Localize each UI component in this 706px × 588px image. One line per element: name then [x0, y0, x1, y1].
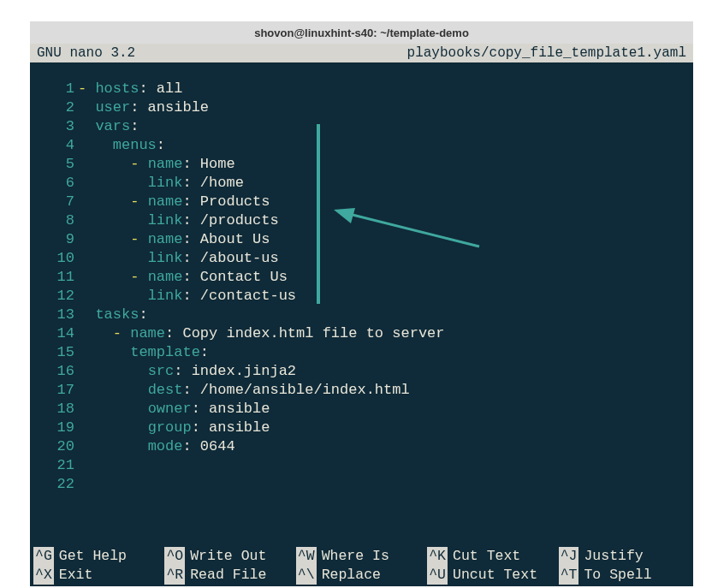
- line-number: 19: [30, 419, 78, 437]
- code-line: 16 src: index.jinja2: [30, 362, 693, 381]
- help-key: ^X: [33, 566, 54, 585]
- help-label: Read File: [190, 566, 266, 585]
- line-content: - name: Copy index.html file to server: [78, 324, 444, 343]
- code-line: 7 - name: Products: [30, 193, 693, 211]
- code-line: 21: [30, 456, 693, 475]
- nano-help-bar: ^GGet Help^OWrite Out^WWhere Is^KCut Tex…: [30, 547, 693, 586]
- line-number: 4: [30, 136, 78, 155]
- help-key: ^R: [164, 566, 185, 585]
- line-number: 10: [30, 249, 78, 268]
- help-label: To Spell: [584, 566, 651, 585]
- line-content: vars:: [78, 117, 139, 136]
- line-number: 21: [30, 456, 78, 475]
- help-key: ^U: [427, 566, 448, 585]
- help-item[interactable]: ^TTo Spell: [559, 566, 690, 585]
- help-item[interactable]: ^KCut Text: [427, 547, 558, 566]
- code-line: 1- hosts: all: [30, 80, 693, 98]
- code-line: 10 link: /about-us: [30, 249, 693, 268]
- help-item[interactable]: ^OWrite Out: [164, 547, 295, 566]
- nano-filename: playbooks/copy_file_template1.yaml: [407, 45, 686, 61]
- editor-area[interactable]: 1- hosts: all2 user: ansible3 vars:4 men…: [30, 62, 693, 494]
- help-label: Where Is: [322, 547, 389, 566]
- line-content: template:: [78, 343, 209, 362]
- line-content: mode: 0644: [78, 437, 235, 456]
- line-content: - name: Contact Us: [78, 268, 288, 287]
- line-content: link: /about-us: [78, 249, 279, 268]
- code-line: 13 tasks:: [30, 306, 693, 324]
- line-number: 14: [30, 324, 78, 343]
- line-content: - name: Home: [78, 155, 235, 174]
- help-label: Uncut Text: [453, 566, 537, 585]
- help-label: Write Out: [190, 547, 266, 566]
- help-item[interactable]: ^XExit: [33, 566, 164, 585]
- code-line: 12 link: /contact-us: [30, 287, 693, 306]
- help-key: ^G: [33, 547, 54, 566]
- code-line: 6 link: /home: [30, 174, 693, 193]
- line-number: 17: [30, 381, 78, 400]
- line-number: 2: [30, 98, 78, 117]
- code-line: 8 link: /products: [30, 211, 693, 230]
- help-key: ^T: [559, 566, 579, 585]
- nano-app-name: GNU nano 3.2: [37, 45, 135, 61]
- line-content: src: index.jinja2: [78, 362, 296, 381]
- code-line: 11 - name: Contact Us: [30, 268, 693, 287]
- code-line: 18 owner: ansible: [30, 400, 693, 419]
- help-label: Exit: [59, 566, 93, 585]
- help-item[interactable]: ^JJustify: [559, 547, 690, 566]
- line-number: 8: [30, 211, 78, 230]
- help-key: ^\: [296, 566, 317, 585]
- window-title: shovon@linuxhint-s40: ~/template-demo: [254, 27, 469, 39]
- line-content: link: /contact-us: [78, 287, 296, 306]
- help-item[interactable]: ^UUncut Text: [427, 566, 558, 585]
- line-content: link: /home: [78, 174, 244, 193]
- help-item[interactable]: ^GGet Help: [33, 547, 164, 566]
- line-content: user: ansible: [78, 98, 209, 117]
- code-line: 14 - name: Copy index.html file to serve…: [30, 324, 693, 343]
- code-line: 15 template:: [30, 343, 693, 362]
- line-number: 16: [30, 362, 78, 381]
- line-number: 5: [30, 155, 78, 174]
- help-key: ^O: [164, 547, 185, 566]
- help-item[interactable]: ^RRead File: [164, 566, 295, 585]
- line-number: 11: [30, 268, 78, 287]
- line-content: menus:: [78, 136, 165, 155]
- line-number: 6: [30, 174, 78, 193]
- help-label: Cut Text: [453, 547, 520, 566]
- line-content: tasks:: [78, 306, 148, 324]
- line-number: 20: [30, 437, 78, 456]
- line-number: 15: [30, 343, 78, 362]
- code-line: 5 - name: Home: [30, 155, 693, 174]
- window-title-bar: shovon@linuxhint-s40: ~/template-demo: [30, 21, 693, 44]
- help-label: Replace: [322, 566, 381, 585]
- line-content: - name: Products: [78, 193, 270, 211]
- code-line: 3 vars:: [30, 117, 693, 136]
- help-key: ^K: [427, 547, 448, 566]
- help-key: ^J: [559, 547, 579, 566]
- line-content: dest: /home/ansible/index.html: [78, 381, 410, 400]
- help-key: ^W: [296, 547, 317, 566]
- line-number: 9: [30, 230, 78, 249]
- code-line: 4 menus:: [30, 136, 693, 155]
- help-label: Get Help: [59, 547, 127, 566]
- help-item[interactable]: ^WWhere Is: [296, 547, 427, 566]
- line-content: link: /products: [78, 211, 279, 230]
- line-content: - hosts: all: [78, 80, 182, 98]
- code-line: 9 - name: About Us: [30, 230, 693, 249]
- help-label: Justify: [584, 547, 643, 566]
- line-content: owner: ansible: [78, 400, 270, 419]
- line-content: group: ansible: [78, 419, 270, 437]
- code-line: 17 dest: /home/ansible/index.html: [30, 381, 693, 400]
- line-number: 18: [30, 400, 78, 419]
- code-line: 22: [30, 475, 693, 494]
- code-line: 20 mode: 0644: [30, 437, 693, 456]
- line-number: 1: [30, 80, 78, 98]
- nano-header: GNU nano 3.2 playbooks/copy_file_templat…: [30, 44, 693, 62]
- line-number: 12: [30, 287, 78, 306]
- line-number: 13: [30, 306, 78, 324]
- terminal-window: shovon@linuxhint-s40: ~/template-demo GN…: [30, 21, 693, 586]
- code-line: 19 group: ansible: [30, 419, 693, 437]
- line-number: 22: [30, 475, 78, 494]
- line-number: 3: [30, 117, 78, 136]
- code-line: 2 user: ansible: [30, 98, 693, 117]
- help-item[interactable]: ^\Replace: [296, 566, 427, 585]
